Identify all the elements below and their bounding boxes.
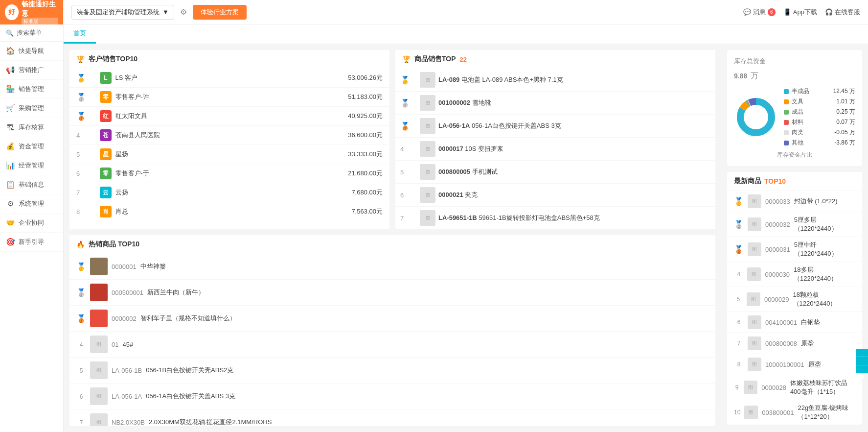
list-item: 10 图 003800001 22g鱼豆腐-烧烤味（1*12*20） bbox=[727, 400, 862, 425]
float-btn-1[interactable]: 服务社区 bbox=[856, 357, 868, 365]
newest-product-image: 图 bbox=[744, 406, 758, 419]
newest-title: 最新商品 bbox=[734, 177, 761, 186]
customer-amount: 7,680.00元 bbox=[272, 183, 389, 202]
rank-num: 🥈 bbox=[69, 88, 93, 107]
newest-product-name: 18颗粒板（1220*2440） bbox=[793, 290, 855, 308]
nav-label-finance: 资金管理 bbox=[19, 142, 44, 151]
newest-products-list: 🥇 图 0000033 封边带 (1.0*22) 🥈 图 0000032 5厘多… bbox=[727, 191, 862, 425]
legend-item: 半成品 12.45 万 bbox=[784, 87, 855, 96]
message-btn[interactable]: 💬 消息 6 bbox=[743, 8, 776, 17]
topbar: 装备及固定资产辅助管理系统 ▼ ⚙ 体验行业方案 💬 消息 6 📱 App下载 … bbox=[64, 0, 868, 24]
tab-home[interactable]: 首页 bbox=[64, 24, 96, 44]
system-selector[interactable]: 装备及固定资产辅助管理系统 ▼ bbox=[71, 5, 174, 20]
list-item: 6 图 LA-056-1A 056-1A白色按键开关盖ABS 3克 bbox=[69, 384, 715, 409]
legend-label: 其他 bbox=[792, 139, 831, 147]
rank-num: 🥇 bbox=[395, 69, 415, 92]
table-row: 🥉 图 LA-056-1A 056-1A白色按键开关盖ABS 3克 bbox=[395, 115, 715, 138]
sidebar-item-guide[interactable]: 🎯新手引导 bbox=[0, 233, 63, 252]
sidebar-item-basic[interactable]: 📋基础信息 bbox=[0, 175, 63, 194]
newest-product-code: 0000032 bbox=[765, 221, 790, 228]
hot-product-code: 0000001 bbox=[112, 263, 137, 270]
customer-amount: 53,006.26元 bbox=[272, 69, 389, 88]
product-info: 图 LA-056-1A 056-1A白色按键开关盖ABS 3克 bbox=[415, 115, 715, 138]
customer-avatar: 星 bbox=[100, 148, 112, 160]
list-item: 7 图 000800008 原垄 bbox=[727, 333, 862, 354]
sidebar-item-sales[interactable]: 🏪销售管理 bbox=[0, 80, 63, 99]
sidebar-item-quick-nav[interactable]: 🏠快捷导航 bbox=[0, 42, 63, 61]
newest-product-name: 5厘多层（1220*2440） bbox=[794, 216, 855, 233]
bronze-medal-icon: 🥉 bbox=[76, 314, 86, 323]
float-btn-0[interactable]: 客服热线 bbox=[856, 349, 868, 357]
sidebar-logo: 好 畅捷通好生意 标准版 bbox=[0, 0, 63, 24]
search-menu[interactable]: 🔍 搜索菜单 bbox=[0, 24, 63, 42]
legend-label: 肉类 bbox=[792, 128, 831, 137]
table-row: 🥈 图 001000002 雪地靴 bbox=[395, 92, 715, 115]
customer-name: 星 星扬 bbox=[93, 145, 272, 164]
bronze-medal-icon: 🥉 bbox=[734, 245, 744, 254]
newest-rank: 🥉 bbox=[734, 245, 744, 254]
sidebar-item-collab[interactable]: 🤝企业协同 bbox=[0, 214, 63, 233]
settings-icon[interactable]: ⚙ bbox=[180, 7, 187, 17]
online-service-btn[interactable]: 🎧 在线客服 bbox=[825, 8, 860, 17]
newest-product-image: 图 bbox=[747, 267, 761, 281]
nav-label-sales: 销售管理 bbox=[19, 85, 44, 94]
inventory-title: 库存总资金 bbox=[734, 57, 855, 66]
customer-avatar: 肖 bbox=[100, 206, 112, 217]
legend-value: 1.01 万 bbox=[836, 97, 855, 106]
system-name: 装备及固定资产辅助管理系统 bbox=[77, 8, 160, 17]
list-item: 🥉 0000002 智利车子里（规格不知道填什么） bbox=[69, 306, 715, 332]
fire-icon: 🔥 bbox=[76, 240, 85, 248]
customer-avatar: 零 bbox=[100, 168, 112, 179]
list-item: 7 图 NB2.0X30B 2.0X30MM双搓花轴.搓花直径2.1MM/ROH… bbox=[69, 409, 715, 426]
float-buttons: 客服热线服务社区直播 bbox=[856, 349, 868, 373]
sidebar-item-operation[interactable]: 📊经营管理 bbox=[0, 156, 63, 175]
customer-name: 苍 苍南县人民医院 bbox=[93, 126, 272, 145]
newest-product-code: 0000028 bbox=[761, 384, 786, 391]
sidebar-item-marketing[interactable]: 📢营销推广 bbox=[0, 61, 63, 80]
newest-product-code: 004100001 bbox=[765, 319, 797, 326]
sidebar-item-finance[interactable]: 💰资金管理 bbox=[0, 137, 63, 156]
legend-value: 0.07 万 bbox=[836, 118, 855, 126]
list-item: 🥇 0000001 中华神篓 bbox=[69, 254, 715, 280]
sidebar-item-inventory[interactable]: 🏗库存核算 bbox=[0, 118, 63, 137]
list-item: 5 图 LA-056-1B 056-1B白色按键开关壳ABS2克 bbox=[69, 358, 715, 384]
sidebar-item-system[interactable]: ⚙系统管理 bbox=[0, 194, 63, 214]
customer-avatar: 苍 bbox=[100, 129, 112, 141]
search-label: 搜索菜单 bbox=[17, 28, 42, 37]
silver-medal-icon: 🥈 bbox=[400, 99, 410, 107]
sidebar: 好 畅捷通好生意 标准版 🔍 搜索菜单 🏠快捷导航📢营销推广🏪销售管理🛒采购管理… bbox=[0, 0, 64, 432]
product-image: 图 bbox=[420, 141, 435, 157]
nav-label-system: 系统管理 bbox=[19, 199, 44, 208]
list-item: 6 图 004100001 白钢垫 bbox=[727, 312, 862, 333]
app-download-btn[interactable]: 📱 App下载 bbox=[783, 8, 817, 17]
hot-product-name: 056-1B白色按键开关壳ABS2克 bbox=[146, 366, 233, 375]
rank-num: 7 bbox=[395, 207, 415, 230]
topbar-right: 💬 消息 6 📱 App下载 🎧 在线客服 bbox=[743, 8, 860, 17]
customer-ranking-title: 客户销售TOP10 bbox=[89, 55, 137, 64]
hot-rank: 🥈 bbox=[76, 288, 86, 297]
nav-label-collab: 企业协同 bbox=[19, 218, 44, 227]
product-name: 0000021 夹克 bbox=[438, 191, 478, 199]
legend-label: 成品 bbox=[792, 108, 833, 116]
nav-label-operation: 经营管理 bbox=[19, 161, 44, 170]
hot-product-image bbox=[90, 284, 108, 301]
legend-item: 其他 -3.86 万 bbox=[784, 139, 855, 147]
customer-name: 肖 肖总 bbox=[93, 202, 272, 221]
sidebar-nav: 🏠快捷导航📢营销推广🏪销售管理🛒采购管理🏗库存核算💰资金管理📊经营管理📋基础信息… bbox=[0, 42, 63, 252]
newest-product-image: 图 bbox=[748, 315, 761, 329]
product-name: 0000017 10S 变扭罗浆 bbox=[438, 144, 503, 153]
customer-amount: 51,183.00元 bbox=[272, 88, 389, 107]
sidebar-item-purchase[interactable]: 🛒采购管理 bbox=[0, 99, 63, 118]
nav-label-marketing: 营销推广 bbox=[19, 66, 44, 74]
float-btn-2[interactable]: 直播 bbox=[856, 365, 868, 373]
hot-product-image bbox=[90, 258, 108, 275]
donut-chart-container: 半成品 12.45 万 文具 1.01 万 成品 0.25 万 材料 0.07 … bbox=[734, 87, 855, 147]
tab-home-label: 首页 bbox=[73, 29, 86, 38]
product-name: 001000002 雪地靴 bbox=[438, 98, 491, 107]
customer-amount: 36,600.00元 bbox=[272, 126, 389, 145]
trial-button[interactable]: 体验行业方案 bbox=[193, 5, 247, 20]
hot-product-name: 2.0X30MM双搓花轴.搓花直径2.1MM/ROHS bbox=[149, 418, 272, 426]
legend-value: 12.45 万 bbox=[833, 87, 855, 96]
product-name: LA-59651-1B 59651-1B旋转投影灯电池盒ABS黑色+58克 bbox=[438, 214, 600, 222]
product-name: LA-089 电池盖 LA-089 ABS本色+黑种 7.1克 bbox=[438, 75, 563, 84]
